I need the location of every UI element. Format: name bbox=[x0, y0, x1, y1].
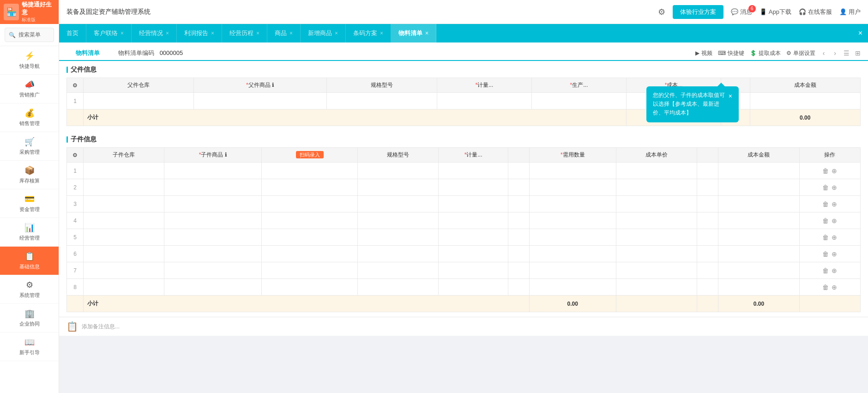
child-warehouse-cell[interactable] bbox=[84, 229, 164, 246]
tab-profit[interactable]: 利润报告 × bbox=[177, 24, 222, 42]
delete-row-5-button[interactable]: 🗑 bbox=[822, 234, 829, 241]
note-icon[interactable]: 📋 bbox=[66, 321, 78, 332]
delete-row-4-button[interactable]: 🗑 bbox=[822, 217, 829, 224]
spec-cell[interactable] bbox=[357, 279, 438, 296]
quantity-cell[interactable] bbox=[529, 196, 616, 212]
child-goods-cell[interactable] bbox=[164, 262, 262, 279]
quantity-cell[interactable] bbox=[529, 229, 616, 246]
copy-row-8-button[interactable]: ⊕ bbox=[832, 284, 837, 291]
sidebar-item-enterprise[interactable]: 🏢 企业协同 bbox=[0, 304, 59, 333]
tab-history[interactable]: 经营历程 × bbox=[222, 24, 267, 42]
unit-cell[interactable] bbox=[439, 212, 508, 229]
tab-profit-close[interactable]: × bbox=[211, 30, 214, 36]
sidebar-item-basic[interactable]: 📋 基础信息 bbox=[0, 247, 59, 275]
sidebar-item-operation[interactable]: 📊 经营管理 bbox=[0, 218, 59, 247]
sidebar-item-finance[interactable]: 💳 资金管理 bbox=[0, 189, 59, 218]
child-warehouse-cell[interactable] bbox=[84, 246, 164, 262]
quantity-cell[interactable] bbox=[529, 279, 616, 296]
tab-operations-close[interactable]: × bbox=[166, 30, 169, 36]
child-goods-cell[interactable] bbox=[164, 279, 262, 296]
settings-icon[interactable]: ⚙ bbox=[658, 7, 665, 17]
production-cell[interactable] bbox=[531, 93, 626, 109]
copy-row-3-button[interactable]: ⊕ bbox=[832, 200, 837, 208]
unit-cost-cell[interactable] bbox=[616, 262, 697, 279]
child-warehouse-cell[interactable] bbox=[84, 262, 164, 279]
spec-cell[interactable] bbox=[357, 179, 438, 196]
prev-page-button[interactable]: ‹ bbox=[821, 48, 827, 58]
unit-cell[interactable] bbox=[437, 93, 531, 109]
sidebar-item-marketing[interactable]: 📣 营销推广 bbox=[0, 75, 59, 103]
trial-button[interactable]: 体验行业方案 bbox=[673, 5, 723, 19]
unit-cost-cell[interactable] bbox=[616, 229, 697, 246]
child-goods-cell[interactable] bbox=[164, 212, 262, 229]
spec-cell[interactable] bbox=[357, 163, 438, 179]
next-page-button[interactable]: › bbox=[832, 48, 838, 58]
receipt-settings-button[interactable]: ⚙ 单据设置 bbox=[786, 49, 815, 57]
tab-barcode[interactable]: 条码方案 × bbox=[346, 24, 391, 42]
spec-cell[interactable] bbox=[326, 93, 437, 109]
delete-row-1-button[interactable]: 🗑 bbox=[822, 167, 829, 175]
tooltip-close-button[interactable]: × bbox=[729, 91, 732, 101]
sidebar-item-system[interactable]: ⚙ 系统管理 bbox=[0, 275, 59, 304]
online-service-button[interactable]: 🎧 在线客服 bbox=[799, 8, 832, 16]
child-goods-cell[interactable] bbox=[164, 179, 262, 196]
sub-tab-bom-code[interactable]: 物料清单编码 0000005 bbox=[109, 46, 192, 61]
unit-cell[interactable] bbox=[439, 246, 508, 262]
unit-cell[interactable] bbox=[439, 279, 508, 296]
close-all-tabs[interactable]: × bbox=[853, 29, 868, 37]
app-download-button[interactable]: 📱 App下载 bbox=[760, 8, 791, 16]
spec-cell[interactable] bbox=[357, 212, 438, 229]
sidebar-item-purchase[interactable]: 🛒 采购管理 bbox=[0, 132, 59, 161]
unit-cost-cell[interactable] bbox=[616, 246, 697, 262]
grid-view-icon[interactable]: ⊞ bbox=[855, 49, 861, 57]
copy-row-1-button[interactable]: ⊕ bbox=[832, 167, 837, 175]
child-goods-cell[interactable] bbox=[164, 163, 262, 179]
delete-row-2-button[interactable]: 🗑 bbox=[822, 184, 829, 191]
tab-goods-close[interactable]: × bbox=[289, 30, 293, 36]
parent-goods-cell[interactable] bbox=[194, 93, 326, 109]
sidebar-item-guide[interactable]: 📖 新手引导 bbox=[0, 333, 59, 361]
spec-cell[interactable] bbox=[357, 262, 438, 279]
unit-cell[interactable] bbox=[439, 196, 508, 212]
child-warehouse-cell[interactable] bbox=[84, 212, 164, 229]
child-warehouse-cell[interactable] bbox=[84, 179, 164, 196]
unit-cost-cell[interactable] bbox=[616, 163, 697, 179]
unit-cell[interactable] bbox=[439, 229, 508, 246]
search-menu-button[interactable]: 🔍 搜索菜单 bbox=[5, 28, 54, 42]
tab-barcode-close[interactable]: × bbox=[380, 30, 383, 36]
spec-cell[interactable] bbox=[357, 246, 438, 262]
video-button[interactable]: ▶ 视频 bbox=[695, 49, 712, 57]
unit-cost-cell[interactable] bbox=[616, 279, 697, 296]
unit-cell[interactable] bbox=[439, 179, 508, 196]
quantity-cell[interactable] bbox=[529, 179, 616, 196]
spec-cell[interactable] bbox=[357, 196, 438, 212]
extract-cost-button[interactable]: 💲 提取成本 bbox=[750, 49, 781, 57]
tab-customer[interactable]: 客户联络 × bbox=[86, 24, 132, 42]
sidebar-item-inventory[interactable]: 📦 库存核算 bbox=[0, 161, 59, 189]
delete-row-3-button[interactable]: 🗑 bbox=[822, 200, 829, 208]
unit-cell[interactable] bbox=[439, 163, 508, 179]
unit-cost-cell[interactable] bbox=[616, 196, 697, 212]
delete-row-6-button[interactable]: 🗑 bbox=[822, 250, 829, 258]
parent-warehouse-cell[interactable] bbox=[84, 93, 194, 109]
tab-home[interactable]: 首页 bbox=[59, 24, 86, 42]
copy-row-5-button[interactable]: ⊕ bbox=[832, 234, 837, 241]
quantity-cell[interactable] bbox=[529, 262, 616, 279]
copy-row-6-button[interactable]: ⊕ bbox=[832, 250, 837, 258]
child-goods-cell[interactable] bbox=[164, 229, 262, 246]
quantity-cell[interactable] bbox=[529, 246, 616, 262]
tab-history-close[interactable]: × bbox=[256, 30, 259, 36]
user-button[interactable]: 👤 用户 bbox=[839, 8, 861, 16]
quantity-cell[interactable] bbox=[529, 212, 616, 229]
sidebar-item-sales[interactable]: 💰 销售管理 bbox=[0, 103, 59, 132]
child-warehouse-cell[interactable] bbox=[84, 196, 164, 212]
th-scan[interactable]: 扫码录入 bbox=[262, 148, 358, 163]
quantity-cell[interactable] bbox=[529, 163, 616, 179]
tab-new-goods[interactable]: 新增商品 × bbox=[301, 24, 346, 42]
delete-row-8-button[interactable]: 🗑 bbox=[822, 284, 829, 291]
delete-row-7-button[interactable]: 🗑 bbox=[822, 267, 829, 274]
unit-cost-cell[interactable] bbox=[616, 179, 697, 196]
tab-operations[interactable]: 经营情况 × bbox=[132, 24, 177, 42]
unit-cost-cell[interactable] bbox=[616, 212, 697, 229]
child-warehouse-cell[interactable] bbox=[84, 279, 164, 296]
